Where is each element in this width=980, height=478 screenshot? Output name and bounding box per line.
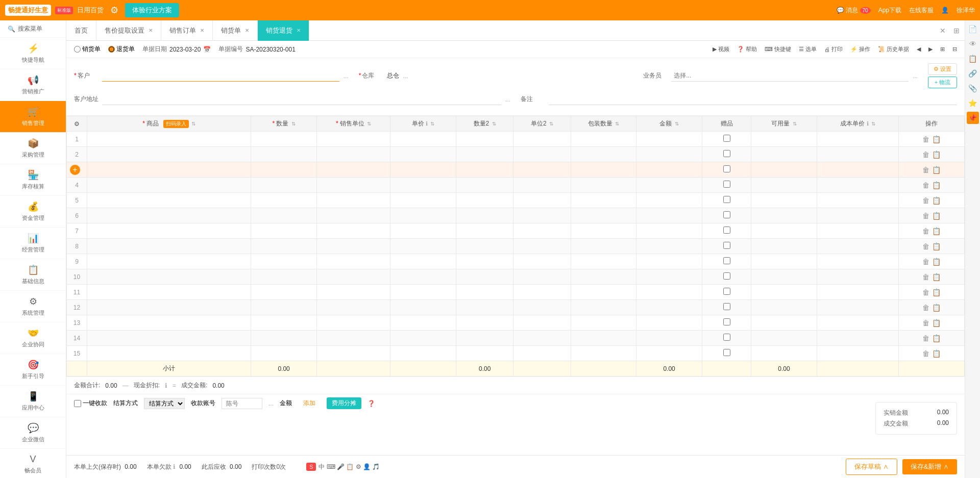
sidebar-item-finance[interactable]: 💰 资金管理	[0, 196, 66, 228]
sales-unit-cell-13[interactable]	[316, 315, 390, 331]
qty2-sort-icon[interactable]: ⇅	[492, 121, 496, 127]
delete-icon-3[interactable]: 🗑	[922, 166, 929, 174]
cost-price-cell-11[interactable]	[817, 285, 899, 300]
grid-view-btn[interactable]: ⊞	[940, 46, 945, 53]
delete-icon-12[interactable]: 🗑	[922, 304, 929, 312]
sidebar-item-enterprise[interactable]: 🤝 企业协同	[0, 322, 66, 354]
unit-price-cell-9[interactable]	[390, 254, 456, 269]
prev-btn[interactable]: ◀	[917, 46, 921, 53]
amount-cell-10[interactable]	[636, 269, 702, 285]
settings-btn[interactable]: ⚙ 设置	[928, 63, 957, 75]
radio-sales-delivery-input[interactable]	[74, 46, 81, 53]
qty2-cell-11[interactable]	[456, 285, 513, 300]
gift-checkbox-15[interactable]	[723, 349, 730, 356]
unit-price-cell-4[interactable]	[390, 178, 456, 193]
copy-icon-5[interactable]: 📋	[932, 196, 941, 205]
package-qty-cell-3[interactable]	[571, 162, 636, 178]
message-btn[interactable]: 💬 消息 70	[837, 6, 871, 15]
available-cell-6[interactable]	[751, 208, 817, 223]
delete-icon-1[interactable]: 🗑	[922, 135, 929, 143]
product-input-3[interactable]	[90, 166, 248, 173]
copy-icon-10[interactable]: 📋	[932, 273, 941, 281]
quantity-cell-11[interactable]	[251, 285, 317, 300]
cash-discount-info[interactable]: ℹ	[165, 382, 167, 389]
package-qty-cell-11[interactable]	[571, 285, 636, 300]
unit2-cell-7[interactable]	[513, 223, 571, 239]
app-download-btn[interactable]: App下载	[878, 6, 901, 15]
package-qty-cell-13[interactable]	[571, 315, 636, 331]
list-view-btn[interactable]: ⊟	[952, 46, 957, 53]
unit-price-cell-10[interactable]	[390, 269, 456, 285]
package-qty-cell-8[interactable]	[571, 239, 636, 254]
quantity-cell-4[interactable]	[251, 178, 317, 193]
product-cell-15[interactable]	[87, 346, 251, 361]
product-sort-icon[interactable]: ⇅	[191, 121, 195, 127]
copy-icon-7[interactable]: 📋	[932, 227, 941, 235]
cost-price-cell-2[interactable]	[817, 147, 899, 162]
cost-price-cell-9[interactable]	[817, 254, 899, 269]
quantity-cell-14[interactable]	[251, 331, 317, 346]
gift-checkbox-11[interactable]	[723, 288, 730, 295]
tab-price-settings-close[interactable]: ✕	[149, 28, 153, 33]
right-panel-icon-4[interactable]: 🔗	[967, 67, 979, 80]
single-owe-info[interactable]: ℹ	[173, 463, 176, 470]
amount-cell-1[interactable]	[636, 132, 702, 147]
unit2-cell-3[interactable]	[513, 162, 571, 178]
delete-icon-5[interactable]: 🗑	[922, 196, 929, 205]
product-cell-1[interactable]	[87, 132, 251, 147]
tab-price-settings[interactable]: 售价提取设置 ✕	[96, 20, 161, 41]
quantity-cell-15[interactable]	[251, 346, 317, 361]
split-btn[interactable]: 费用分摊	[327, 397, 361, 409]
help-btn[interactable]: ❓ 帮助	[737, 45, 757, 53]
unit-price-cell-13[interactable]	[390, 315, 456, 331]
cost-price-cell-6[interactable]	[817, 208, 899, 223]
qty2-cell-3[interactable]	[456, 162, 513, 178]
available-cell-2[interactable]	[751, 147, 817, 162]
notes-input[interactable]	[549, 93, 957, 105]
product-cell-4[interactable]	[87, 178, 251, 193]
select-btn[interactable]: ☰ 选单	[799, 45, 817, 53]
online-service-btn[interactable]: 在线客服	[909, 6, 934, 15]
delete-icon-4[interactable]: 🗑	[922, 181, 929, 189]
qty2-cell-7[interactable]	[456, 223, 513, 239]
sidebar-item-system[interactable]: ⚙ 系统管理	[0, 291, 66, 322]
package-qty-cell-12[interactable]	[571, 300, 636, 315]
package-qty-cell-2[interactable]	[571, 147, 636, 162]
quantity-cell-5[interactable]	[251, 193, 317, 208]
quantity-cell-7[interactable]	[251, 223, 317, 239]
available-cell-4[interactable]	[751, 178, 817, 193]
product-cell-7[interactable]	[87, 223, 251, 239]
quantity-sort-icon[interactable]: ⇅	[291, 121, 296, 127]
product-cell-2[interactable]	[87, 147, 251, 162]
unit-price-cell-8[interactable]	[390, 239, 456, 254]
cost-price-cell-4[interactable]	[817, 178, 899, 193]
gift-checkbox-3[interactable]	[723, 165, 730, 172]
package-qty-cell-9[interactable]	[571, 254, 636, 269]
delete-icon-11[interactable]: 🗑	[922, 288, 929, 296]
address-input[interactable]	[102, 93, 501, 105]
quantity-cell-10[interactable]	[251, 269, 317, 285]
sidebar-item-app-center[interactable]: 📱 应用中心	[0, 386, 66, 417]
logistics-btn[interactable]: + 物流	[928, 77, 957, 88]
sales-unit-cell-6[interactable]	[316, 208, 390, 223]
quantity-cell-9[interactable]	[251, 254, 317, 269]
amount-cell-5[interactable]	[636, 193, 702, 208]
sales-unit-cell-15[interactable]	[316, 346, 390, 361]
copy-icon-11[interactable]: 📋	[932, 288, 941, 296]
package-qty-cell-14[interactable]	[571, 331, 636, 346]
tab-maximize-btn[interactable]: ⊞	[951, 26, 962, 36]
radio-sales-return-input[interactable]	[108, 46, 115, 53]
cost-price-cell-10[interactable]	[817, 269, 899, 285]
right-panel-icon-1[interactable]: 📄	[967, 23, 979, 35]
product-cell-8[interactable]	[87, 239, 251, 254]
gift-checkbox-14[interactable]	[723, 334, 730, 341]
unit-price-cell-12[interactable]	[390, 300, 456, 315]
settings-gear-icon[interactable]: ⚙	[108, 5, 121, 16]
sales-unit-cell-5[interactable]	[316, 193, 390, 208]
sidebar-item-sales[interactable]: 🛒 销售管理	[0, 101, 66, 133]
amount-cell-4[interactable]	[636, 178, 702, 193]
gift-checkbox-6[interactable]	[723, 211, 730, 218]
product-cell-5[interactable]	[87, 193, 251, 208]
unit-price-cell-5[interactable]	[390, 193, 456, 208]
add-row-btn[interactable]: +	[70, 165, 80, 175]
